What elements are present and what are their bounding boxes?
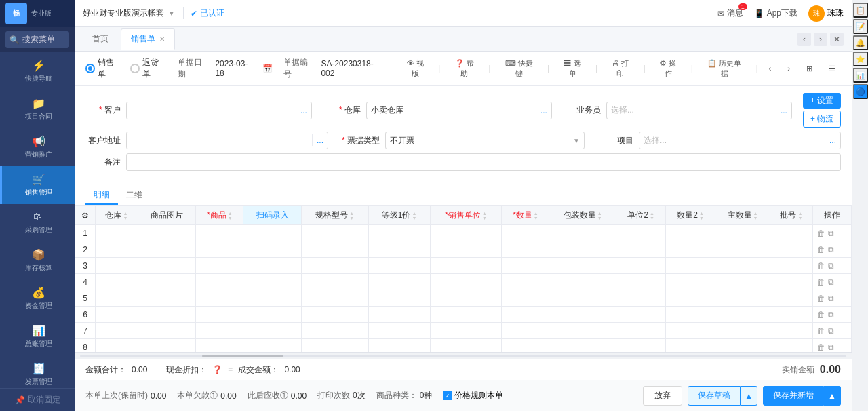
row-cell[interactable]	[301, 339, 368, 353]
row-cell[interactable]	[138, 323, 195, 339]
row-cell[interactable]	[549, 225, 616, 241]
salesman-input[interactable]: 选择... ...	[606, 102, 792, 119]
row-cell[interactable]	[196, 339, 243, 353]
row-cell[interactable]	[616, 307, 666, 323]
remarks-input[interactable]	[126, 153, 841, 171]
topbar-company[interactable]: 好业财专业版演示帐套 ▼	[83, 7, 184, 19]
row-cell[interactable]	[666, 323, 715, 339]
row-cell[interactable]	[616, 323, 666, 339]
sidebar-item-marketing[interactable]: 📢 营销推广	[0, 128, 75, 166]
sidebar-item-project[interactable]: 📁 项目合同	[0, 90, 75, 128]
row-cell[interactable]	[715, 307, 770, 323]
toolbar-grid-view-btn[interactable]: ⊞	[801, 63, 818, 75]
project-input[interactable]: 选择... ...	[639, 132, 841, 149]
row-cell[interactable]	[243, 225, 301, 241]
row-cell[interactable]	[502, 339, 549, 353]
row-cell[interactable]	[368, 290, 430, 307]
radio-sales[interactable]: 销售单	[85, 57, 122, 80]
row-cell[interactable]	[430, 258, 502, 274]
row-cell[interactable]	[368, 339, 430, 353]
row-cell[interactable]	[430, 307, 502, 323]
row-cell[interactable]	[196, 290, 243, 307]
row-cell[interactable]	[616, 241, 666, 258]
row-cell[interactable]	[301, 258, 368, 274]
row-cell[interactable]	[138, 307, 195, 323]
row-cell[interactable]	[549, 241, 616, 258]
sidebar-item-purchase[interactable]: 🛍 采购管理	[0, 204, 75, 241]
search-menu-button[interactable]: 🔍 搜索菜单	[5, 31, 69, 48]
salesman-ellipsis-btn[interactable]: ...	[776, 104, 791, 117]
row-cell[interactable]	[616, 225, 666, 241]
row-delete-btn[interactable]: 🗑	[816, 245, 827, 254]
row-cell[interactable]	[196, 241, 243, 258]
sidebar-item-invoice[interactable]: 🧾 发票管理	[0, 355, 75, 388]
customer-input[interactable]: ...	[126, 102, 312, 119]
setup-btn[interactable]: + 设置	[803, 93, 841, 109]
th-settings[interactable]: ⚙	[75, 206, 96, 225]
row-cell[interactable]	[715, 290, 770, 307]
row-cell[interactable]	[502, 307, 549, 323]
row-copy-btn[interactable]: ⧉	[827, 229, 835, 238]
radio-return[interactable]: 退货单	[130, 57, 167, 80]
row-cell[interactable]	[196, 225, 243, 241]
message-btn[interactable]: ✉ 1 消息	[717, 7, 743, 19]
row-cell[interactable]	[138, 290, 195, 307]
tab-close-all-btn[interactable]: ✕	[830, 33, 844, 46]
toolbar-help-btn[interactable]: ❓ 帮助	[446, 57, 483, 80]
price-check-checkbox[interactable]: ✓	[443, 391, 452, 400]
row-delete-btn[interactable]: 🗑	[816, 277, 827, 287]
add-logistics-btn[interactable]: + 物流	[803, 111, 841, 128]
sidebar-item-finance[interactable]: 💰 资金管理	[0, 279, 75, 317]
sidebar-item-inventory[interactable]: 📦 库存核算	[0, 241, 75, 279]
toolbar-prev-btn[interactable]: ‹	[764, 63, 777, 74]
row-cell[interactable]	[770, 339, 813, 353]
row-cell[interactable]	[243, 307, 301, 323]
row-cell[interactable]	[666, 241, 715, 258]
row-cell[interactable]	[666, 258, 715, 274]
abandon-btn[interactable]: 放弃	[643, 386, 682, 406]
row-delete-btn[interactable]: 🗑	[816, 326, 827, 336]
customer-ellipsis-btn[interactable]: ...	[296, 104, 311, 117]
sidebar-item-quick-nav[interactable]: ⚡ 快捷导航	[0, 52, 75, 90]
right-panel-btn-5[interactable]: 📊	[853, 68, 868, 83]
row-cell[interactable]	[301, 307, 368, 323]
row-cell[interactable]	[196, 258, 243, 274]
row-cell[interactable]	[430, 241, 502, 258]
sidebar-item-sales[interactable]: 🛒 销售管理	[0, 166, 75, 204]
row-cell[interactable]	[770, 307, 813, 323]
row-cell[interactable]	[715, 225, 770, 241]
row-cell[interactable]	[715, 274, 770, 290]
row-delete-btn[interactable]: 🗑	[816, 342, 827, 352]
row-cell[interactable]	[96, 241, 138, 258]
row-cell[interactable]	[243, 290, 301, 307]
row-cell[interactable]	[196, 274, 243, 290]
toolbar-next-btn[interactable]: ›	[782, 63, 795, 74]
row-cell[interactable]	[549, 339, 616, 353]
row-cell[interactable]	[138, 241, 195, 258]
right-panel-btn-3[interactable]: 🔔	[853, 35, 868, 50]
tab-home[interactable]: 首页	[83, 29, 118, 49]
date-value[interactable]: 2023-03-18	[215, 59, 256, 78]
row-cell[interactable]	[138, 225, 195, 241]
row-cell[interactable]	[96, 323, 138, 339]
tab-next-btn[interactable]: ›	[814, 33, 827, 46]
row-copy-btn[interactable]: ⧉	[827, 277, 835, 287]
row-cell[interactable]	[502, 241, 549, 258]
row-cell[interactable]	[96, 339, 138, 353]
row-delete-btn[interactable]: 🗑	[816, 229, 827, 238]
price-check-label[interactable]: ✓ 价格规则本单	[443, 390, 503, 402]
row-cell[interactable]	[549, 323, 616, 339]
row-cell[interactable]	[368, 258, 430, 274]
row-cell[interactable]	[243, 258, 301, 274]
row-copy-btn[interactable]: ⧉	[827, 245, 835, 254]
project-ellipsis-btn[interactable]: ...	[825, 134, 840, 146]
row-cell[interactable]	[666, 274, 715, 290]
toolbar-list-view-btn[interactable]: ☰	[823, 63, 841, 75]
row-cell[interactable]	[715, 241, 770, 258]
row-copy-btn[interactable]: ⧉	[827, 342, 835, 352]
row-cell[interactable]	[368, 274, 430, 290]
row-cell[interactable]	[715, 258, 770, 274]
row-cell[interactable]	[430, 290, 502, 307]
row-cell[interactable]	[368, 323, 430, 339]
row-cell[interactable]	[502, 290, 549, 307]
